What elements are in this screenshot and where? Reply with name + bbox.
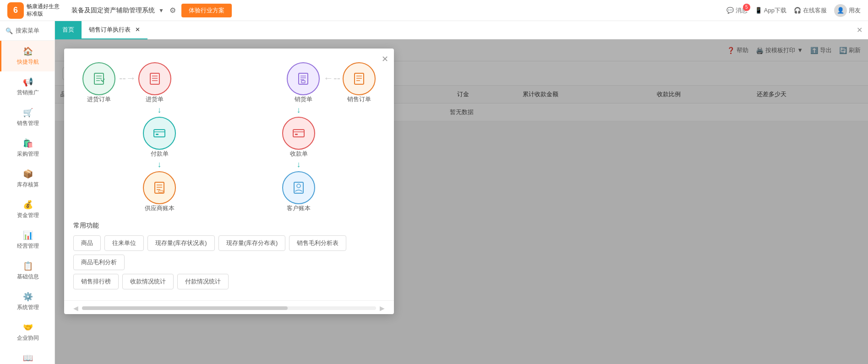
dropdown-arrow-icon[interactable]: ▼ [158,7,164,14]
svg-rect-4 [150,73,159,84]
svg-rect-22 [295,134,298,135]
func-btn-goods[interactable]: 商品 [73,235,101,251]
nav-icon-sales: 🛒 [23,108,33,118]
scroll-left-icon[interactable]: ◀ [73,304,78,312]
sidebar: 🔍 搜索菜单 🏠 快捷导航 📢 营销推广 🛒 销售管理 🛍️ 采购管理 📦 [0,21,55,364]
nav-icon-finance: 💰 [23,200,33,210]
system-title-area: 装备及固定资产辅助管理系统 ▼ ⚙ 体验行业方案 [71,4,726,17]
flow-sales-order-label: 销售订单 [347,95,371,103]
tab-close-icon[interactable]: ✕ [135,26,140,33]
func-btn-partner[interactable]: 往来单位 [104,235,144,251]
sidebar-item-collab[interactable]: 🤝 企业协同 [0,317,55,348]
svg-rect-12 [301,81,305,83]
func-btn-receipt-stats[interactable]: 收款情况统计 [122,274,174,289]
svg-rect-27 [158,190,163,192]
close-all-tabs-icon[interactable]: ✕ [857,26,868,34]
func-btn-stock-status[interactable]: 现存量(库存状况表) [147,235,215,251]
service-icon: 🎧 [794,7,801,14]
tab-home[interactable]: 首页 [55,21,82,39]
common-functions-section: 常用功能 商品 往来单位 现存量(库存状况表) 现存量(库存分布表) 销售毛利分… [64,222,394,300]
user-action[interactable]: 👤 用友 [834,4,861,17]
func-btn-payment-stats[interactable]: 付款情况统计 [177,274,229,289]
header-right: 💬 消息 5 📱 App下载 🎧 在线客服 👤 用友 [726,4,861,17]
flow-receipt-bill-icon [282,117,315,150]
sidebar-item-basic[interactable]: 📋 基础信息 [0,255,55,286]
svg-rect-13 [355,73,364,84]
user-avatar: 👤 [834,4,847,17]
logo-icon: 6 [7,2,24,19]
common-functions-row2: 销售排行榜 收款情况统计 付款情况统计 [73,274,385,289]
sidebar-item-system[interactable]: ⚙️ 系统管理 [0,286,55,317]
flow-purchase-order-icon [82,62,115,95]
nav-icon-system: ⚙️ [23,292,33,302]
flow-arrow-2: ← - - [323,72,339,84]
common-functions-title: 常用功能 [73,222,385,230]
svg-rect-23 [155,182,164,193]
search-menu[interactable]: 🔍 搜索菜单 [0,21,55,41]
nav-icon-newbie: 📖 [23,353,33,363]
page-content: ❓ 帮助 🖨️ 按模板打印 ▼ ⬆️ 导出 🔄 刷新 [55,39,868,364]
flow-sales-bill-label: 销货单 [295,95,312,103]
flow-supplier-account-icon [143,171,176,204]
nav-icon-operation: 📊 [23,230,33,240]
flow-purchase-bill-icon [138,62,171,95]
flow-purchase-bill-label: 进货单 [146,95,164,103]
app-download-action[interactable]: 📱 App下载 [755,6,786,15]
nav-icon-inventory: 📦 [23,169,33,179]
sidebar-item-inventory[interactable]: 📦 库存核算 [0,163,55,194]
message-action[interactable]: 💬 消息 5 [726,6,748,15]
sidebar-item-finance[interactable]: 💰 资金管理 [0,194,55,225]
func-btn-sales-rank[interactable]: 销售排行榜 [73,274,119,289]
tabs-bar: 首页 销售订单执行表 ✕ ✕ [55,21,868,39]
modal-overlay[interactable]: ✕ 进货订 [55,39,868,364]
sidebar-item-sales[interactable]: 🛒 销售管理 [0,102,55,133]
modal-close-button[interactable]: ✕ [382,54,388,64]
user-name: 用友 [849,6,861,15]
system-title: 装备及固定资产辅助管理系统 [71,6,155,15]
func-btn-sales-profit[interactable]: 销售毛利分析表 [289,235,346,251]
svg-rect-0 [94,73,104,84]
flow-sales-bill-icon [287,62,320,95]
nav-icon-basic: 📋 [23,261,33,271]
svg-rect-19 [156,134,158,135]
sidebar-item-newbie[interactable]: 📖 新手引导 [0,348,55,364]
svg-point-29 [297,184,300,188]
logo-text: 畅康通好生意 标准版 [27,3,60,17]
online-service-action[interactable]: 🎧 在线客服 [794,6,827,15]
message-icon: 💬 [726,7,734,14]
tab-sales-order[interactable]: 销售订单执行表 ✕ [82,21,147,39]
download-icon: 📱 [755,7,762,14]
modal-scrollbar[interactable]: ◀ ▶ [64,300,394,314]
flow-purchase-order-label: 进货订单 [87,95,111,103]
svg-rect-17 [154,130,165,137]
common-functions-row1: 商品 往来单位 现存量(库存状况表) 现存量(库存分布表) 销售毛利分析表 商品… [73,235,385,270]
scroll-right-icon[interactable]: ▶ [380,304,385,312]
func-btn-goods-profit[interactable]: 商品毛利分析 [73,255,125,270]
modal: ✕ 进货订 [64,49,394,314]
settings-icon[interactable]: ⚙ [169,6,176,15]
flow-customer-account-icon [282,171,315,204]
scroll-track [82,306,376,310]
trial-button[interactable]: 体验行业方案 [181,4,232,17]
nav-icon-purchase: 🛍️ [23,138,33,148]
flow-customer-account-label: 客户账本 [287,204,311,212]
flow-receipt-bill-label: 收款单 [290,150,308,158]
sidebar-item-marketing[interactable]: 📢 营销推广 [0,71,55,102]
logo-area: 6 畅康通好生意 标准版 [7,2,62,19]
scroll-thumb[interactable] [82,306,288,310]
nav-icon-marketing: 📢 [23,77,33,87]
nav-icon-collab: 🤝 [23,322,33,332]
message-badge: 5 [743,4,750,11]
sidebar-item-operation[interactable]: 📊 经营管理 [0,225,55,255]
nav-icon-quick: 🏠 [23,46,33,56]
sidebar-item-purchase[interactable]: 🛍️ 采购管理 [0,133,55,163]
sidebar-item-quick[interactable]: 🏠 快捷导航 [0,41,55,71]
func-btn-stock-dist[interactable]: 现存量(库存分布表) [218,235,286,251]
flow-arrow-1: - - → [119,72,135,84]
flow-sales-order-icon [343,62,376,95]
svg-rect-20 [293,130,304,137]
search-icon: 🔍 [5,27,13,34]
flow-payment-bill-label: 付款单 [151,150,169,158]
content-area: 首页 销售订单执行表 ✕ ✕ ❓ 帮助 🖨️ [55,21,868,364]
flow-payment-bill-icon [143,117,176,150]
